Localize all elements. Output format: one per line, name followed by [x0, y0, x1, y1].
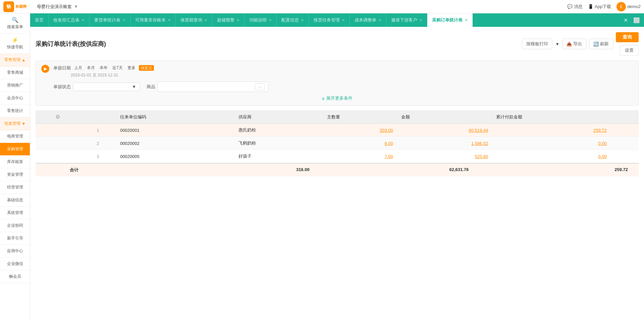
sidebar-group-wholesale[interactable]: 批发管理 ▼ [0, 117, 30, 130]
sidebar-item-appcenter[interactable]: 应用中心 [0, 245, 30, 258]
query-button[interactable]: 查询 [616, 32, 639, 42]
sidebar-item-newguide[interactable]: 新手引导 [0, 232, 30, 245]
refresh-button[interactable]: 🔄 刷新 [589, 39, 613, 49]
row-settings [36, 124, 80, 137]
tab-function-desc[interactable]: 功能说明 ✕ [245, 13, 277, 27]
close-icon[interactable]: ✕ [342, 18, 345, 22]
row-amount[interactable]: 525.80 [397, 150, 492, 163]
close-icon[interactable]: ✕ [378, 18, 381, 22]
date-shortcuts: 上月 本月 本年 近7天 更多 自定义 [73, 65, 154, 71]
row-amount[interactable]: 60,519.44 [397, 124, 492, 137]
filter-area: ▶ 单据日期 上月 本月 本年 近7天 [36, 60, 639, 106]
sidebar-item-inventory[interactable]: 库存核算 [0, 156, 30, 168]
sidebar-item-search[interactable]: 🔍 搜索菜单 [0, 13, 30, 34]
more-options-button[interactable]: ··· [255, 83, 265, 90]
settings-icon[interactable]: ⚙ [55, 114, 60, 120]
sidebar-item-wecom[interactable]: 企业微信 [0, 258, 30, 270]
sidebar-item-label: 系统管理 [7, 210, 23, 216]
table-row[interactable]: 2 00020002 飞鹤奶粉 6.00 1,586.52 0.00 [36, 137, 639, 150]
row-quantity[interactable]: 6.00 [323, 137, 397, 150]
chevron-down-icon: ▼ [22, 121, 26, 126]
sidebar-item-ecommerce[interactable]: 电商管理 [0, 130, 30, 143]
date-this-month[interactable]: 本月 [86, 65, 96, 71]
close-icon[interactable]: ✕ [301, 18, 304, 22]
row-quantity[interactable]: 7.00 [323, 150, 397, 163]
app-download-button[interactable]: 📱 App下载 [588, 4, 611, 10]
sidebar-item-marketing[interactable]: 营销推广 [0, 79, 30, 92]
sidebar-item-label: 库存核算 [7, 159, 23, 165]
sidebar-item-retail-shop[interactable]: 零售商城 [0, 66, 30, 79]
message-button[interactable]: 💬 消息 [567, 4, 583, 10]
maximize-window-button[interactable]: ⬜ [632, 16, 641, 25]
table-footer: 合计 316.00 62,631.76 259.72 [36, 163, 639, 176]
sidebar-item-vip[interactable]: 畅会员 [0, 270, 30, 283]
chevron-down-icon[interactable]: ▼ [555, 42, 559, 47]
chevron-down-icon: ∨ [322, 96, 325, 101]
tab-picking-task[interactable]: 拣货任务管理 ✕ [309, 13, 350, 27]
date-more[interactable]: 更多 [126, 65, 137, 71]
row-paid-amount[interactable]: 0.00 [492, 150, 610, 163]
collapse-toggle-button[interactable]: ▶ [41, 65, 49, 73]
logo-text: 标题啊 [15, 4, 26, 9]
sidebar-item-finance[interactable]: 资金管理 [0, 168, 30, 181]
close-icon[interactable]: ✕ [465, 18, 468, 22]
tab-overstock-warning[interactable]: 超储预警 ✕ [212, 13, 245, 27]
tab-cost-adjust[interactable]: 成本调整单 ✕ [350, 13, 386, 27]
date-custom-badge[interactable]: 自定义 [139, 65, 154, 71]
tab-receive-summary[interactable]: 收发存汇总表 ✕ [49, 13, 90, 27]
tab-home[interactable]: 首页 [30, 13, 49, 27]
sidebar-item-label: 搜索菜单 [7, 24, 23, 30]
footer-label: 合计 [40, 167, 157, 173]
logo-area: 畅 标题啊 [3, 1, 34, 12]
date-last-7-days[interactable]: 近7天 [111, 65, 124, 71]
table-row[interactable]: 1 00020001 惠氏奶粉 303.00 60,519.44 259.72 [36, 124, 639, 137]
sidebar-group-retail[interactable]: 零售管理 ▲ [0, 54, 30, 66]
close-window-button[interactable]: ✕ [622, 16, 629, 25]
sidebar-item-purchase[interactable]: 采购管理 [0, 143, 30, 156]
status-select[interactable]: ▼ [73, 83, 140, 91]
close-icon[interactable]: ✕ [269, 18, 272, 22]
product-input[interactable]: ··· [157, 82, 268, 92]
sidebar-item-member[interactable]: 会员中心 [0, 92, 30, 105]
tab-available-inventory[interactable]: 可用量库存账本 ✕ [130, 13, 176, 27]
expand-conditions-button[interactable]: ∨ 展开更多条件 [322, 95, 353, 101]
row-quantity[interactable]: 303.00 [323, 124, 397, 137]
sidebar-item-operations[interactable]: 经营管理 [0, 181, 30, 194]
tab-purchase-order-stat[interactable]: 采购订单统计表 ✕ [427, 13, 473, 27]
row-amount[interactable]: 1,586.52 [397, 137, 492, 150]
user-menu[interactable]: E demo2 [616, 2, 641, 11]
filter-fields: 单据日期 上月 本月 本年 近7天 更多 自定义 [53, 65, 633, 92]
close-icon[interactable]: ✕ [419, 18, 422, 22]
sidebar-item-basic[interactable]: 基础信息 [0, 194, 30, 207]
close-icon[interactable]: ✕ [168, 18, 171, 22]
sidebar-item-label: 企业协同 [7, 223, 23, 228]
tab-order-summary[interactable]: 要货单统计表 ✕ [90, 13, 130, 27]
sidebar-item-retail-stat[interactable]: 零售统计 [0, 105, 30, 117]
tab-invite-downstream[interactable]: 邀请下游客户 ✕ [386, 13, 427, 27]
sidebar-item-enterprise[interactable]: 企业协同 [0, 219, 30, 232]
row-paid-amount[interactable]: 259.72 [492, 124, 610, 137]
status-filter-item: 单据状态 ▼ [53, 83, 140, 91]
tab-config-info[interactable]: 配置信息 ✕ [277, 13, 309, 27]
workspace-selector[interactable]: 母婴行业演示账套 ▼ [34, 4, 567, 10]
footer-quantity: 316.00 [157, 167, 316, 173]
close-icon[interactable]: ✕ [122, 18, 125, 22]
export-button[interactable]: 📤 导出 [562, 39, 586, 49]
print-button[interactable]: 按模板打印 [522, 39, 552, 49]
date-last-month[interactable]: 上月 [73, 65, 84, 71]
setting-button[interactable]: 设置 [620, 45, 639, 56]
close-icon[interactable]: ✕ [236, 18, 239, 22]
row-supplier: 飞鹤奶粉 [234, 137, 323, 150]
row-index: 2 [80, 137, 116, 150]
table-row[interactable]: 3 00020005 好孩子 7.00 525.80 0.00 [36, 150, 639, 163]
date-this-year[interactable]: 本年 [98, 65, 109, 71]
tab-expiry-query[interactable]: 保质期查询 ✕ [176, 13, 212, 27]
top-right-actions: 💬 消息 📱 App下载 E demo2 [567, 2, 641, 11]
row-paid-amount[interactable]: 0.00 [492, 137, 610, 150]
sidebar-item-label: 基础信息 [7, 197, 23, 203]
filter-expand-row: ∨ 展开更多条件 [41, 95, 633, 101]
sidebar-item-shortcut[interactable]: ⚡ 快捷导航 [0, 34, 30, 54]
close-icon[interactable]: ✕ [204, 18, 207, 22]
sidebar-item-system[interactable]: 系统管理 [0, 207, 30, 219]
close-icon[interactable]: ✕ [82, 18, 85, 22]
